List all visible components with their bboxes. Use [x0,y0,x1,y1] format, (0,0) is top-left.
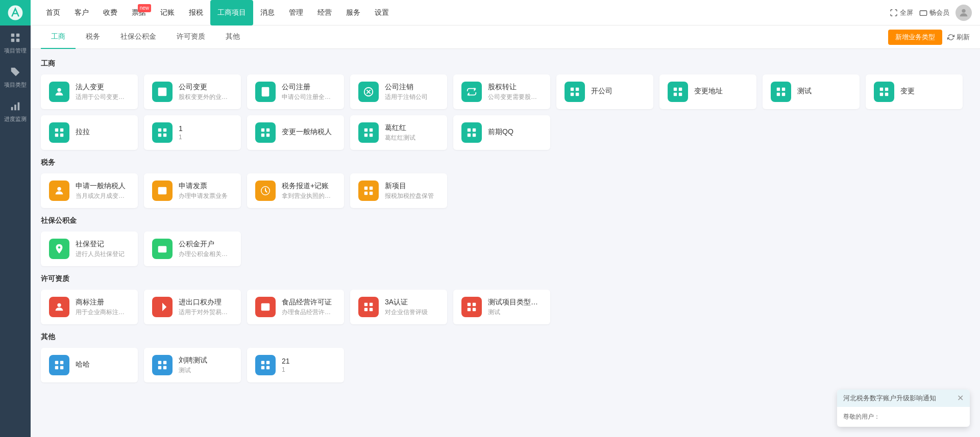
refresh-button[interactable]: 刷新 [947,30,970,45]
svg-rect-30 [777,93,780,96]
card-text: 新项目 报税加税控盘保管 [385,182,439,200]
card-name: 葛红红 [385,123,439,133]
card-company-register[interactable]: 公司注册 申请公司注册全流程 [247,74,344,109]
card-name: 申请发票 [179,182,233,191]
card-text: 法人变更 适用于公司变更法人 [76,83,130,101]
svg-rect-38 [55,134,58,137]
card-icon [461,122,482,143]
card-liupeng[interactable]: 刘聘测试 测试 [144,348,241,382]
svg-rect-3 [11,39,14,42]
card-change-address[interactable]: 变更地址 [659,74,756,109]
tab-industry[interactable]: 工商 [41,25,76,49]
card-company-change[interactable]: 公司变更 股权变更外的业务变更 [144,74,241,109]
svg-rect-75 [473,303,476,306]
tab-other[interactable]: 其他 [215,25,250,49]
card-open-company[interactable]: 开公司 [556,74,653,109]
card-icon [152,181,173,201]
nav-settings[interactable]: 设置 [368,0,396,25]
card-icon [255,297,276,317]
tab-social[interactable]: 社保公积金 [110,25,166,49]
card-name: 哈哈 [76,360,130,369]
svg-rect-64 [370,192,373,195]
card-tax-report[interactable]: 税务报道+记账 拿到营业执照的新公司 [247,173,344,208]
card-gehonghong[interactable]: 葛红红 葛红红测试 [350,115,447,150]
nav-billing[interactable]: 收费 [96,0,125,25]
card-text: 变更地址 [694,87,748,97]
card-trademark[interactable]: 商标注册 用于企业商标注册服务 [41,290,138,324]
svg-rect-51 [370,134,373,137]
svg-rect-33 [885,88,888,91]
card-food-license[interactable]: 食品经营许可证 办理食品经营许可证 [247,290,344,324]
card-desc: 公司变更需要股权转让 [488,93,542,101]
card-text: 申请一般纳税人 当月或次月成变更完成 [76,182,130,200]
chat-close-button[interactable]: ✕ [957,394,964,402]
card-change2[interactable]: 变更 [866,74,963,109]
member-btn[interactable]: 畅会员 [919,8,949,17]
card-import-export[interactable]: 进出口权办理 适用于对外贸易经营者 [144,290,241,324]
sidebar-item-project-type[interactable]: 项目类型 [0,60,31,94]
card-equity-transfer[interactable]: 股权转让 公司变更需要股权转让 [453,74,550,109]
card-icon [152,122,173,143]
sidebar-item-progress-monitor[interactable]: 进度监测 [0,94,31,128]
chat-notify-title: 河北税务数字账户升级影响通知 [843,394,936,403]
card-social-register[interactable]: 社保登记 进行人员社保登记 [41,232,138,266]
svg-rect-40 [158,128,161,132]
card-text: 测试项目类型定义 测试 [488,298,542,317]
nav-customer[interactable]: 客户 [67,0,96,25]
tab-tax[interactable]: 税务 [76,25,110,49]
card-change-taxpayer[interactable]: 变更一般纳税人 [247,115,344,150]
nav-tax[interactable]: 报税 [182,0,210,25]
svg-rect-74 [468,303,471,306]
card-lala[interactable]: 拉拉 [41,115,138,150]
svg-rect-83 [163,361,166,364]
card-name: 社保登记 [76,240,130,249]
fullscreen-btn[interactable]: 全屏 [890,8,913,17]
card-name: 商标注册 [76,298,130,307]
card-desc: 申请公司注册全流程 [282,93,336,101]
card-icon [461,297,482,317]
nav-management[interactable]: 管理 [282,0,310,25]
nav-industry[interactable]: 工商项目 [210,0,253,25]
card-num21[interactable]: 21 1 [247,348,344,382]
nav-invoice[interactable]: 票据 new [125,0,153,25]
card-num1[interactable]: 1 1 [144,115,241,150]
card-text: 社保登记 进行人员社保登记 [76,240,130,259]
svg-rect-61 [364,187,368,190]
nav-home[interactable]: 首页 [39,0,67,25]
card-3a-cert[interactable]: 3A认证 对企业信誉评级 [350,290,447,324]
cards-grid-other: 哈哈 刘聘测试 测试 [41,348,970,382]
card-company-cancel[interactable]: 公司注销 适用于注销公司 [350,74,447,109]
card-icon [771,82,791,102]
avatar[interactable] [955,5,972,21]
card-apply-invoice[interactable]: 申请发票 办理申请发票业务 [144,173,241,208]
card-icon [565,82,585,102]
card-legal-change[interactable]: 法人变更 适用于公司变更法人 [41,74,138,109]
card-name: 食品经营许可证 [282,298,336,307]
card-name: 公司注册 [282,83,336,92]
svg-rect-85 [163,366,166,369]
card-desc: 对企业信誉评级 [385,308,439,317]
card-text: 变更一般纳税人 [282,127,336,138]
nav-accounting[interactable]: 记账 [153,0,182,25]
new-type-button[interactable]: 新增业务类型 [888,30,942,45]
svg-rect-25 [679,88,682,91]
card-apply-taxpayer[interactable]: 申请一般纳税人 当月或次月成变更完成 [41,173,138,208]
card-text: 税务报道+记账 拿到营业执照的新公司 [282,182,336,200]
sidebar-logo[interactable] [0,0,31,25]
nav-service[interactable]: 服务 [339,0,368,25]
sidebar-item-project-management[interactable]: 项目管理 [0,25,31,60]
nav-message[interactable]: 消息 [253,0,282,25]
card-new-project[interactable]: 新项目 报税加税控盘保管 [350,173,447,208]
svg-rect-37 [60,128,63,132]
card-haha[interactable]: 哈哈 [41,348,138,382]
nav-operation[interactable]: 经营 [310,0,339,25]
card-front-qq[interactable]: 前期QQ [453,115,550,150]
svg-rect-43 [163,134,166,137]
card-test-project-type[interactable]: 测试项目类型定义 测试 [453,290,550,324]
card-text: 拉拉 [76,127,130,138]
tab-license[interactable]: 许可资质 [166,25,215,49]
card-fund-open[interactable]: 公积金开户 办理公积金相关业务 [144,232,241,266]
page-body: 工商 法人变更 适用于公司变更法人 [31,49,980,395]
card-test1[interactable]: 测试 [763,74,860,109]
card-desc: 拿到营业执照的新公司 [282,192,336,200]
